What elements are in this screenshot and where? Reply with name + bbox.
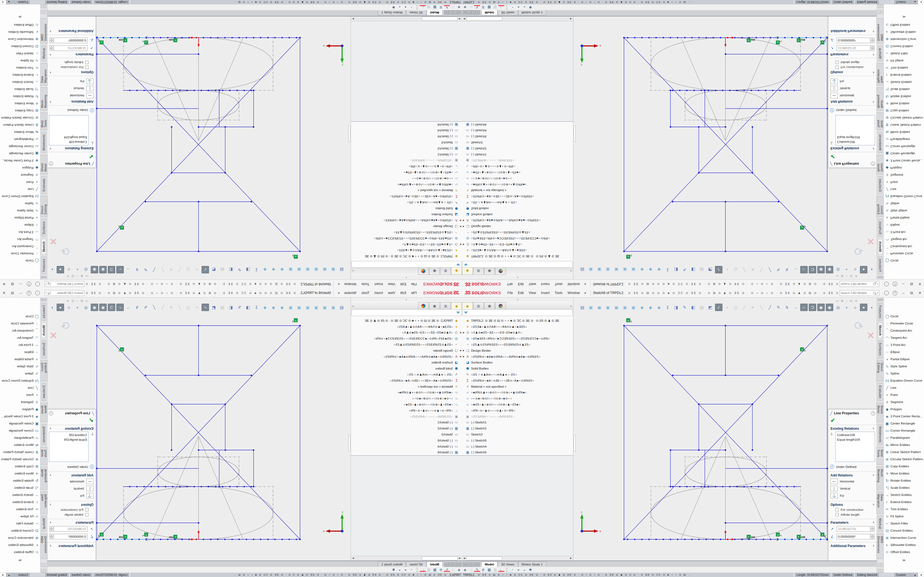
- tab-sketch[interactable]: Sketch: [878, 322, 882, 338]
- help-icon[interactable]: ?: [893, 282, 897, 287]
- tree-row[interactable]: ▭(-)Sketch1: [462, 419, 573, 425]
- lower-toolbar-icon[interactable]: ≣: [438, 5, 444, 9]
- tab-features[interactable]: Features: [878, 303, 882, 321]
- tree-row[interactable]: ≡Material < not specified >: [462, 187, 573, 193]
- panel-help-icon[interactable]: ?: [871, 411, 875, 416]
- menu-insert[interactable]: Insert: [372, 290, 385, 296]
- search-cad-models-input[interactable]: Search CAD Models ▾: [840, 281, 879, 287]
- lower-toolbar-icon[interactable]: ∟: [498, 568, 504, 572]
- tree-row[interactable]: ⬢Solid Bodies: [351, 206, 462, 211]
- tree-row[interactable]: ◆TRPDL2. ⊙ ƎE ⊙ Ш ⊙ ∘ ∘ ♣ ⊙ ƆC ⊙ ƎE ⊙ ∙ …: [351, 318, 462, 324]
- tab-evaluate[interactable]: Evaluate: [42, 383, 46, 401]
- search-dropdown-icon[interactable]: ▾: [46, 283, 48, 285]
- tool-rotate-entities[interactable]: ↻Rotate Entities: [0, 477, 40, 484]
- tool-convert-entities[interactable]: ⊡Convert Entities: [0, 527, 40, 534]
- add-relation-fix[interactable]: ⚓Fix: [47, 78, 96, 85]
- tree-row[interactable]: ▶A○Ƨ5ИΝ⊙∘♣Α♣⊙ИΝΑ○∘○ΑИΝ⊙♣Α♣∘⊙ИΝƧ5○: [351, 354, 462, 359]
- tab-sketch[interactable]: Sketch: [42, 239, 46, 255]
- tree-row[interactable]: ▦(-)Sketch2: [462, 146, 573, 152]
- tab-mesh-modeling[interactable]: Mesh Modeling: [876, 87, 884, 110]
- lower-toolbar-icon[interactable]: ◕: [402, 5, 409, 9]
- tree-row[interactable]: ◪Surface Bodies: [462, 359, 573, 366]
- strip-scroll-box[interactable]: [41, 298, 47, 301]
- tab-markup[interactable]: Markup: [42, 45, 46, 61]
- tool-line[interactable]: ╱Line: [884, 384, 924, 391]
- tool-trim-entities[interactable]: ✂Trim Entities: [0, 64, 40, 71]
- scroll-left-icon[interactable]: ◀: [462, 17, 466, 21]
- lower-toolbar-icon[interactable]: ✱: [527, 568, 533, 572]
- tool-centerpoint-arc[interactable]: ⌒Centerpoint Arc: [884, 243, 924, 250]
- tab-mbd-dimensions[interactable]: MBD Dimensions: [876, 18, 884, 44]
- tab-nav-icon[interactable]: «: [462, 562, 467, 567]
- tool-perimeter-circle[interactable]: ◌Perimeter Circle: [884, 320, 924, 327]
- tab-nav-icon[interactable]: ›: [449, 562, 453, 567]
- tool-3-point-arc[interactable]: ⌓3 Point Arc: [884, 341, 924, 348]
- tool-intersection-curve[interactable]: ⊗Intersection Curve: [884, 534, 924, 541]
- search-cad-models-input[interactable]: Search CAD Models ▾: [840, 290, 879, 296]
- tool-polygon[interactable]: ◆Polygon: [884, 406, 924, 413]
- tree-row[interactable]: ◆TRPDL2. ⊙ ƎE ⊙ Ш ⊙ ∘ ∘ ♣ ⊙ ƆC ⊙ ƎE ⊙ ∙ …: [462, 253, 573, 259]
- tab-evaluate[interactable]: Evaluate: [878, 176, 882, 194]
- spinner-control[interactable]: ▲▼: [50, 38, 53, 43]
- tree-row[interactable]: ⬢Solid Bodies: [462, 366, 573, 371]
- pin-menu-icon[interactable]: ➤: [336, 290, 341, 295]
- tree-row[interactable]: ▦(-)Sketch6: [462, 450, 573, 456]
- user-account-icon[interactable]: ◦: [884, 291, 889, 295]
- tab-data-migration[interactable]: Data Migration: [40, 492, 48, 514]
- lower-toolbar-icon[interactable]: ◈: [462, 5, 468, 9]
- lower-toolbar-icon[interactable]: ◕: [515, 5, 522, 9]
- tree-row[interactable]: ▶◷○Λ♟⊙♣Ƨ5∘ƎƧ○∘○ƧƎ∘Ƨ5♣⊙♟Λ○: [462, 330, 573, 336]
- propertymanager-tab[interactable]: ≣: [473, 268, 484, 275]
- tool-mirror-entities[interactable]: ⇆Mirror Entities: [884, 129, 924, 136]
- close-button[interactable]: ✕: [0, 291, 8, 295]
- tree-row[interactable]: ∟○ИΝ∘⊙∘♟⊙○∘○⊙♟∘⊙∘ИΝ○: [351, 408, 462, 414]
- lower-toolbar-icon[interactable]: ◈: [462, 568, 468, 572]
- tabs-overflow-icon[interactable]: ›: [570, 304, 572, 308]
- tree-row[interactable]: ▣○Ƨ5ƎИΝΑ∩∙○∘○∙∩ΑИΝƎƧ5○: [351, 158, 462, 163]
- tree-row[interactable]: ≡Material < not specified >: [462, 384, 573, 390]
- tree-row[interactable]: ▶A○Ƨ5ИΝ⊙∘♣Α♣⊙ИΝΑ○∘○ΑИΝ⊙♣Α♣∘⊙ИΝƧ5○: [462, 354, 573, 359]
- tab-surfaces[interactable]: Surfaces: [42, 340, 46, 358]
- option-construction[interactable]: For construction: [828, 65, 877, 70]
- additional-parameters-section[interactable]: Additional Parameters∨: [828, 542, 877, 548]
- tool-ellipse[interactable]: ○Ellipse: [884, 348, 924, 356]
- tree-row[interactable]: ▭(-)Sketch4: [351, 127, 462, 134]
- lower-toolbar-icon[interactable]: ▥: [492, 5, 498, 9]
- tree-row[interactable]: ▶❏Design Binder: [351, 348, 462, 354]
- tool-circular-sketch-pattern[interactable]: ⊛Circular Sketch Pattern: [0, 456, 40, 463]
- tools-more-icon[interactable]: ≫: [0, 15, 40, 19]
- lower-toolbar-icon[interactable]: ◕: [515, 568, 522, 572]
- tree-row[interactable]: ∟○ИΝ∘⊙∘♟⊙○∘○⊙♟∘⊙∘ИΝ○: [462, 163, 573, 169]
- tool-corner-rectangle[interactable]: ▭Corner Rectangle: [884, 143, 924, 150]
- doc-tab-model[interactable]: Model: [426, 562, 443, 567]
- menu-insert[interactable]: Insert: [538, 290, 552, 296]
- tab-nav-icon[interactable]: «: [457, 10, 462, 15]
- expand-arrow-icon[interactable]: ▶: [459, 243, 462, 246]
- tool-sketch-fillet[interactable]: ⌐Sketch Fillet: [0, 520, 40, 527]
- tab-mesh-modeling[interactable]: Mesh Modeling: [40, 467, 48, 490]
- tool-center-rectangle[interactable]: ▣Center Rectangle: [0, 420, 40, 427]
- tool-fit-spline[interactable]: ∿Fit Spline: [0, 513, 40, 520]
- panel-help-icon[interactable]: ?: [49, 162, 53, 166]
- tool-3-point-center-recta-[interactable]: ◈3 Point Center Recta...: [0, 413, 40, 420]
- tool-circle[interactable]: ◯Circle: [0, 257, 40, 264]
- tabs-overflow-icon[interactable]: ›: [352, 304, 354, 308]
- tool-sketch-fillet[interactable]: ⌐Sketch Fillet: [0, 50, 40, 57]
- tool-perimeter-circle[interactable]: ◌Perimeter Circle: [0, 320, 40, 327]
- tree-row[interactable]: ◎○Ƨ5♣ƎƧ5○ИΝ⊙∘♣ƆƆƎΝƎƧ5○∘○Ƨ5ƎΝƎƆƆ♣∘⊙ИΝ○: [351, 335, 462, 342]
- tree-row[interactable]: ▭(-)Sketch5: [351, 437, 462, 443]
- tool-segment[interactable]: #Segment: [0, 171, 40, 179]
- lower-toolbar-icon[interactable]: ∟: [498, 5, 504, 9]
- tool-circle[interactable]: ◯Circle: [0, 313, 40, 320]
- tool-parallelogram[interactable]: ▱Parallelogram: [0, 136, 40, 143]
- tab-nav-icon[interactable]: ›: [449, 10, 453, 15]
- additional-parameters-section[interactable]: Additional Parameters∨: [47, 29, 96, 35]
- tree-row[interactable]: ▶A○Ƨ5ИΝ⊙∘♣Α♣⊙ИΝΑ○∘○ΑИΝ⊙♣Α♣∘⊙ИΝƧ5○: [462, 218, 573, 223]
- tree-row[interactable]: ◎○Ƨ5♣ƎƧ5○ИΝ⊙∘♣ƆƆƎΝƎƧ5○∘○Ƨ5ƎΝƎƆƆ♣∘⊙ИΝ○: [351, 235, 462, 242]
- tool-spline[interactable]: ∿Spline: [884, 200, 924, 207]
- ok-check-icon[interactable]: ✔: [828, 417, 877, 425]
- tool-style-spline[interactable]: ∿Style Spline: [0, 207, 40, 214]
- tab-weldments[interactable]: Weldments: [878, 132, 882, 153]
- parameter-field[interactable]: 10.88152731: [837, 526, 871, 532]
- menu-view[interactable]: View: [386, 281, 398, 287]
